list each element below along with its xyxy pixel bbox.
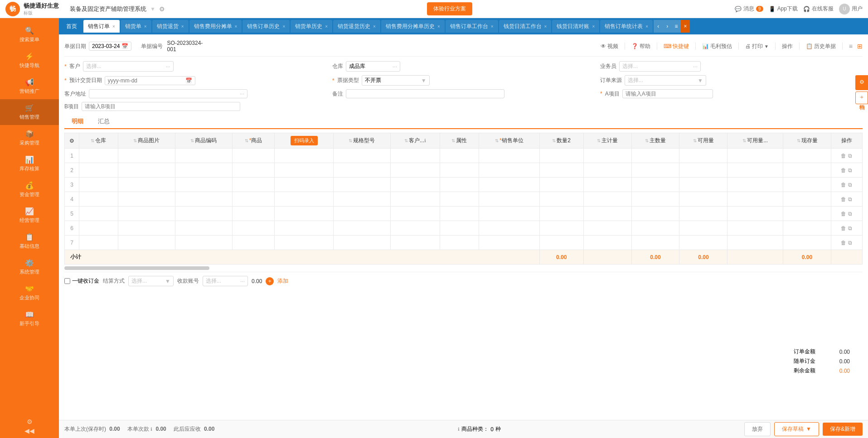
tab-close-srh[interactable]: × (373, 24, 376, 29)
row-attr[interactable] (440, 207, 479, 221)
tab-close-sales-order[interactable]: × (112, 24, 115, 29)
row-main-qty[interactable] (631, 149, 679, 163)
row-copy-btn[interactable]: ⧉ (848, 196, 852, 202)
row-product[interactable] (232, 149, 275, 163)
row-main-unit[interactable] (583, 149, 631, 163)
sidebar-item-guide[interactable]: 📖 新手引导 (0, 306, 59, 332)
row-delete-btn[interactable]: 🗑 (841, 211, 846, 217)
calendar-icon[interactable]: 📅 (121, 43, 128, 49)
row-copy-btn[interactable]: ⧉ (848, 225, 852, 231)
account-input[interactable]: 选择... (206, 277, 221, 285)
tab-sales-stats[interactable]: 销售订单统计表 × (600, 20, 653, 33)
tab-daily-workbench[interactable]: 钱货日清工作台 × (499, 20, 552, 33)
customer-addr-ellipsis[interactable]: ··· (240, 91, 244, 97)
add-payment-btn[interactable]: + (266, 277, 274, 285)
tab-sales-workbench[interactable]: 销售订单工作台 × (446, 20, 498, 33)
industry-btn[interactable]: 体验行业方案 (427, 2, 472, 15)
tab-close-ss[interactable]: × (645, 24, 648, 29)
row-available[interactable] (679, 221, 727, 236)
app-download-btn[interactable]: 📱 App下载 (769, 5, 798, 13)
horizontal-scrollbar[interactable] (64, 266, 209, 270)
row-qty2[interactable] (539, 236, 583, 250)
row-scan[interactable] (275, 178, 333, 192)
row-product[interactable] (232, 178, 275, 192)
row-main-qty[interactable] (631, 221, 679, 236)
row-customer-code[interactable] (390, 236, 440, 250)
sidebar-item-business[interactable]: 📈 经营管理 (0, 202, 59, 228)
row-attr[interactable] (440, 178, 479, 192)
row-available2[interactable] (727, 236, 783, 250)
order-source-dropdown-icon[interactable]: ▼ (698, 77, 703, 84)
row-product-image[interactable] (118, 163, 175, 178)
save-draft-btn[interactable]: 保存草稿 ▼ (774, 422, 819, 436)
row-sales-unit[interactable] (479, 221, 539, 236)
tab-sales-slip[interactable]: 销货单 × (121, 20, 151, 33)
row-copy-btn[interactable]: ⧉ (848, 211, 852, 217)
row-available2[interactable] (727, 192, 783, 207)
row-scan[interactable] (275, 149, 333, 163)
delivery-date-input[interactable] (108, 77, 176, 84)
tab-close-sales-return[interactable]: × (181, 24, 184, 29)
settings-icon[interactable]: ⚙ (159, 5, 165, 13)
row-sales-unit[interactable] (479, 207, 539, 221)
add-payment-label[interactable]: 添加 (277, 277, 288, 285)
view-btn[interactable]: 👁 视频 (601, 43, 618, 50)
row-spec[interactable] (333, 236, 390, 250)
row-product[interactable] (232, 192, 275, 207)
scan-input-btn[interactable]: 扫码录入 (291, 136, 318, 145)
tab-close-seh[interactable]: × (437, 24, 440, 29)
row-delete-btn[interactable]: 🗑 (841, 182, 846, 188)
row-product-image[interactable] (118, 236, 175, 250)
row-spec[interactable] (333, 163, 390, 178)
row-customer-code[interactable] (390, 221, 440, 236)
row-attr[interactable] (440, 236, 479, 250)
row-warehouse[interactable] (79, 149, 118, 163)
b-project-input[interactable] (85, 103, 237, 110)
sidebar-item-purchase[interactable]: 📦 采购管理 (0, 125, 59, 151)
operate-btn[interactable]: 操作 (782, 43, 793, 50)
one-click-payment-label[interactable]: 一键收订金 (64, 277, 99, 285)
message-btn[interactable]: 💬 消息 9 (735, 5, 763, 13)
sidebar-item-finance[interactable]: 💰 资金管理 (0, 177, 59, 202)
row-warehouse[interactable] (79, 236, 118, 250)
row-scan[interactable] (275, 236, 333, 250)
row-scan[interactable] (275, 207, 333, 221)
row-main-qty[interactable] (631, 192, 679, 207)
one-click-payment-checkbox[interactable] (64, 278, 70, 284)
row-spec[interactable] (333, 149, 390, 163)
row-available[interactable] (679, 192, 727, 207)
row-main-qty[interactable] (631, 207, 679, 221)
sidebar-item-marketing[interactable]: 📢 营销推广 (0, 73, 59, 99)
grid-view-icon[interactable]: ⊞ (857, 43, 863, 50)
sidebar-item-sales[interactable]: 🛒 销售管理 (0, 99, 59, 125)
row-attr[interactable] (440, 149, 479, 163)
row-product-image[interactable] (118, 192, 175, 207)
tab-close-sw[interactable]: × (491, 24, 494, 29)
row-current-stock[interactable] (783, 192, 831, 207)
tab-close-sales-slip[interactable]: × (144, 24, 147, 29)
add-material-btn[interactable]: + 物料 (855, 91, 868, 104)
settings-btn[interactable]: ⚙ 设置 (855, 75, 868, 90)
row-qty2[interactable] (539, 192, 583, 207)
tab-summary[interactable]: 汇总 (91, 115, 117, 128)
row-main-qty[interactable] (631, 236, 679, 250)
row-available[interactable] (679, 207, 727, 221)
save-draft-dropdown-icon[interactable]: ▼ (806, 426, 811, 432)
row-main-unit[interactable] (583, 207, 631, 221)
row-available[interactable] (679, 178, 727, 192)
row-delete-btn[interactable]: 🗑 (841, 225, 846, 231)
tab-close-sales-expense[interactable]: × (235, 24, 238, 29)
row-qty2[interactable] (539, 207, 583, 221)
staff-ellipsis[interactable]: ··· (693, 63, 698, 70)
tab-detail[interactable]: 明细 (64, 115, 91, 129)
tab-sales-order[interactable]: 销售订单 × (83, 20, 120, 33)
user-menu[interactable]: U 用户 (839, 4, 863, 14)
help-btn[interactable]: ❓ 帮助 (631, 43, 650, 50)
sidebar-item-collab[interactable]: 🤝 企业协同 (0, 280, 59, 306)
row-product-code[interactable] (175, 192, 232, 207)
row-scan[interactable] (275, 192, 333, 207)
row-product-image[interactable] (118, 207, 175, 221)
row-product-image[interactable] (118, 221, 175, 236)
row-sales-unit[interactable] (479, 149, 539, 163)
row-spec[interactable] (333, 207, 390, 221)
